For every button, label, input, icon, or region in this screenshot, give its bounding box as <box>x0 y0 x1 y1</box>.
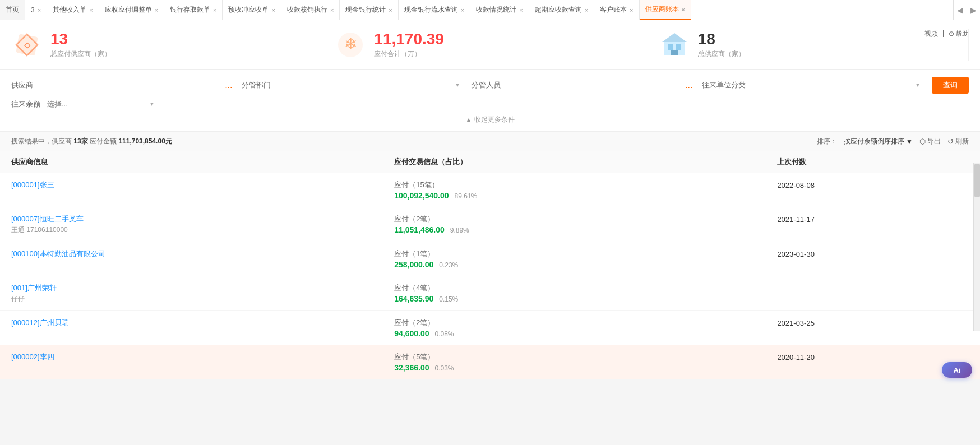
help-link[interactable]: ⊙帮助 <box>949 29 969 39</box>
supplier-link-4[interactable]: [000012]广州贝瑞 <box>11 318 394 328</box>
balance-input[interactable] <box>44 98 147 110</box>
nav-tab-home[interactable]: 首页 <box>0 0 25 20</box>
last-payment-col-5: 2020-11-20 <box>777 352 969 361</box>
sort-value: 按应付余额倒序排序 <box>844 137 904 146</box>
ai-button[interactable]: Ai <box>942 362 972 378</box>
nav-tab-ar-adjust-close[interactable]: × <box>155 7 158 13</box>
summary-area: ◇ 13 总应付供应商（家） ❄ 11,170.39 应付合计（万） <box>0 20 980 70</box>
trade-amount-2[interactable]: 258,000.00 <box>394 260 433 269</box>
sort-arrow-icon: ▼ <box>906 138 913 146</box>
summary-card-payable-suppliers: ◇ 13 总应付供应商（家） <box>11 29 321 61</box>
nav-tab-collection-close[interactable]: × <box>330 7 334 13</box>
store-icon <box>659 29 690 61</box>
nav-tab-prepay[interactable]: 预收冲应收单 × <box>223 0 281 20</box>
nav-tab-prepay-close[interactable]: × <box>271 7 275 13</box>
nav-tab-supplier-ledger-close[interactable]: × <box>682 6 685 13</box>
header-trade-info: 应付交易信息（占比） <box>394 157 777 167</box>
nav-tab-other-income[interactable]: 其他收入单 × <box>47 0 99 20</box>
right-scrollbar[interactable] <box>973 163 980 331</box>
trade-label-1: 应付（2笔） <box>394 214 777 224</box>
last-payment-col-1: 2021-11-17 <box>777 214 969 224</box>
card-content-payable-suppliers: 13 总应付供应商（家） <box>50 31 111 59</box>
nav-tab-cash-flow[interactable]: 现金银行流水查询 × <box>399 0 470 20</box>
supplier-input[interactable] <box>43 79 221 91</box>
supplier-link-5[interactable]: [000002]李四 <box>11 352 394 362</box>
supplier-link-2[interactable]: [000100]本特勤油品有限公司 <box>11 249 394 259</box>
export-button[interactable]: ⬡ 导出 <box>919 137 941 146</box>
nav-tab-collection[interactable]: 收款核销执行 × <box>281 0 340 20</box>
nav-tab-overdue[interactable]: 超期应收款查询 × <box>529 0 594 20</box>
nav-arrows: ◀ ▶ <box>953 0 980 20</box>
right-scrollbar-thumb[interactable] <box>974 164 980 197</box>
header-supplier-info: 供应商信息 <box>11 157 394 167</box>
top-right-links: 视频 | ⊙帮助 <box>924 29 969 39</box>
supplier-link-0[interactable]: [000001]张三 <box>11 180 394 190</box>
dept-select-wrapper: ▼ <box>274 79 463 91</box>
trade-amount-1[interactable]: 11,051,486.00 <box>394 225 445 234</box>
svg-text:◇: ◇ <box>24 40 31 49</box>
trade-info-col-2: 应付（1笔） 258,000.00 0.23% <box>394 249 777 269</box>
dept-dropdown-arrow[interactable]: ▼ <box>452 82 463 88</box>
nav-next-button[interactable]: ▶ <box>967 0 980 20</box>
diamond-icon: ◇ <box>11 29 43 61</box>
trade-amount-5[interactable]: 32,366.00 <box>394 363 429 372</box>
supplier-info-col-5: [000002]李四 <box>11 352 394 362</box>
payable-suppliers-label: 总应付供应商（家） <box>50 49 111 59</box>
trade-amount-4[interactable]: 94,600.00 <box>394 329 429 338</box>
nav-tab-receipt-stat[interactable]: 收款情况统计 × <box>470 0 529 20</box>
person-dots[interactable]: ... <box>685 81 692 90</box>
table-container: [000001]张三 应付（15笔） 100,092,540.00 89.61%… <box>0 173 980 379</box>
category-input[interactable] <box>749 79 913 91</box>
nav-tab-receipt-stat-close[interactable]: × <box>519 7 523 13</box>
nav-tab-receipt-stat-label: 收款情况统计 <box>476 5 516 15</box>
table-row: [000012]广州贝瑞 应付（2笔） 94,600.00 0.08% 2021… <box>0 311 980 345</box>
nav-tab-customer-ledger[interactable]: 客户账本 × <box>594 0 639 20</box>
table-header: 供应商信息 应付交易信息（占比） 上次付数 <box>0 151 980 173</box>
nav-tab-other-income-close[interactable]: × <box>89 7 93 13</box>
card-content-total-suppliers: 18 总供应商（家） <box>698 31 745 59</box>
supplier-link-1[interactable]: [000007]恒旺二手叉车 <box>11 214 394 224</box>
supplier-info-col: [000001]张三 <box>11 180 394 190</box>
supplier-sub-1: 王通 17106110000 <box>11 225 394 235</box>
video-link[interactable]: 视频 <box>924 29 938 39</box>
trade-amount-0[interactable]: 100,092,540.00 <box>394 191 449 200</box>
nav-tab-customer-ledger-close[interactable]: × <box>630 7 633 13</box>
category-dropdown-arrow[interactable]: ▼ <box>913 82 923 88</box>
category-label: 往来单位分类 <box>702 80 746 90</box>
nav-tab-3-close[interactable]: × <box>38 7 41 13</box>
top-navigation: 首页 3 × 其他收入单 × 应收应付调整单 × 银行存取款单 × 预收冲应收单… <box>0 0 980 20</box>
trade-info-col-0: 应付（15笔） 100,092,540.00 89.61% <box>394 180 777 200</box>
dept-input[interactable] <box>274 79 453 91</box>
nav-tab-supplier-ledger[interactable]: 供应商账本 × <box>640 0 691 20</box>
supplier-info-col-4: [000012]广州贝瑞 <box>11 318 394 328</box>
balance-dropdown-arrow[interactable]: ▼ <box>147 101 157 107</box>
collapse-button[interactable]: ▲ 收起更多条件 <box>11 115 969 124</box>
nav-tab-overdue-close[interactable]: × <box>585 7 588 13</box>
last-payment-col-3 <box>777 283 969 284</box>
person-input[interactable] <box>504 79 682 91</box>
nav-tab-bank-deposit[interactable]: 银行存取款单 × <box>164 0 223 20</box>
filter-area: 供应商 ... 分管部门 ▼ 分管人员 ... 往来单位分类 ▼ 查询 <box>0 70 980 132</box>
nav-tab-cash-stat-label: 现金银行统计 <box>345 5 386 15</box>
nav-tab-cash-stat[interactable]: 现金银行统计 × <box>340 0 398 20</box>
query-button[interactable]: 查询 <box>932 77 969 94</box>
nav-prev-button[interactable]: ◀ <box>953 0 967 20</box>
nav-tab-bank-deposit-close[interactable]: × <box>213 7 216 13</box>
supplier-link-3[interactable]: [001]广州荣轩 <box>11 283 394 293</box>
divider: | <box>942 29 944 39</box>
person-label: 分管人员 <box>471 80 501 90</box>
sort-select[interactable]: 按应付余额倒序排序 ▼ <box>844 137 913 146</box>
balance-select-wrapper: ▼ <box>44 98 157 110</box>
refresh-button[interactable]: ↺ 刷新 <box>947 137 969 146</box>
nav-tab-ar-adjust[interactable]: 应收应付调整单 × <box>99 0 164 20</box>
trade-label-3: 应付（4笔） <box>394 283 777 293</box>
nav-tab-cash-stat-close[interactable]: × <box>389 7 392 13</box>
trade-percent-3: 0.15% <box>439 295 458 303</box>
trade-amount-3[interactable]: 164,635.90 <box>394 294 433 303</box>
nav-tab-3[interactable]: 3 × <box>25 0 47 20</box>
trade-percent-0: 89.61% <box>455 192 478 200</box>
nav-tab-supplier-ledger-label: 供应商账本 <box>645 4 679 14</box>
svg-rect-7 <box>676 44 681 50</box>
supplier-dots[interactable]: ... <box>225 81 232 90</box>
nav-tab-cash-flow-close[interactable]: × <box>461 7 464 13</box>
